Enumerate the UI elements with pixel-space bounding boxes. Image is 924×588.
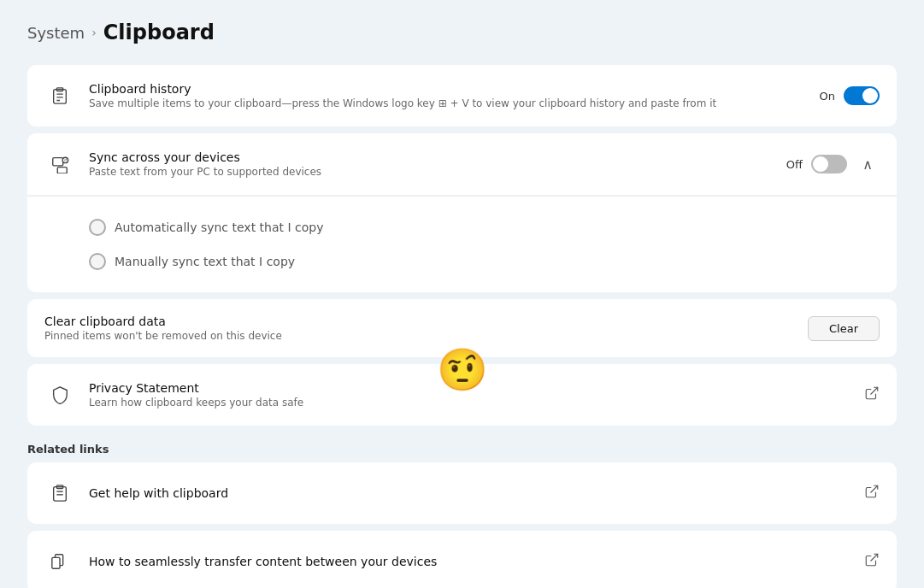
clipboard-history-controls: On	[820, 86, 880, 105]
svg-line-14	[871, 485, 878, 492]
clipboard-history-subtitle: Save multiple items to your clipboard—pr…	[89, 97, 806, 109]
svg-line-17	[871, 554, 878, 561]
breadcrumb-arrow: ›	[91, 26, 97, 39]
auto-sync-option[interactable]: Automatically sync text that I copy	[89, 210, 880, 244]
auto-sync-radio[interactable]	[89, 219, 106, 236]
svg-rect-6	[57, 168, 67, 173]
page-title: Clipboard	[103, 21, 215, 44]
sync-devices-toggle[interactable]	[811, 155, 847, 173]
clipboard-history-state: On	[820, 90, 835, 103]
svg-line-9	[871, 387, 878, 394]
transfer-content-card[interactable]: How to seamlessly transfer content betwe…	[27, 531, 897, 588]
auto-sync-label: Automatically sync text that I copy	[115, 220, 323, 234]
privacy-external-link-icon	[864, 385, 880, 404]
clipboard-history-text: Clipboard history Save multiple items to…	[89, 82, 806, 109]
help-clipboard-icon	[44, 478, 75, 509]
manual-sync-label: Manually sync text that I copy	[115, 255, 295, 268]
breadcrumb-system[interactable]: System	[27, 24, 85, 42]
sync-devices-card: ↺ Sync across your devices Paste text fr…	[27, 133, 897, 292]
manual-sync-radio[interactable]	[89, 253, 106, 270]
sync-devices-controls: Off ∧	[786, 152, 880, 176]
help-clipboard-card[interactable]: Get help with clipboard	[27, 462, 897, 524]
clear-clipboard-text: Clear clipboard data Pinned items won't …	[44, 315, 282, 342]
sync-devices-icon: ↺	[44, 149, 75, 179]
clipboard-history-card: Clipboard history Save multiple items to…	[27, 65, 897, 126]
help-clipboard-external-link-icon	[864, 484, 880, 503]
breadcrumb: System › Clipboard	[27, 21, 897, 44]
privacy-icon	[44, 379, 75, 410]
transfer-content-label: How to seamlessly transfer content betwe…	[89, 555, 850, 568]
svg-text:↺: ↺	[63, 158, 67, 162]
privacy-text: Privacy Statement Learn how clipboard ke…	[89, 381, 850, 409]
manual-sync-option[interactable]: Manually sync text that I copy	[89, 244, 880, 279]
sync-options-section: Automatically sync text that I copy Manu…	[27, 196, 897, 292]
privacy-subtitle: Learn how clipboard keeps your data safe	[89, 397, 850, 409]
clipboard-history-toggle[interactable]	[844, 86, 880, 105]
svg-rect-16	[52, 557, 60, 568]
privacy-card[interactable]: Privacy Statement Learn how clipboard ke…	[27, 364, 897, 426]
clear-clipboard-title: Clear clipboard data	[44, 315, 282, 328]
clipboard-history-icon	[44, 80, 75, 111]
privacy-title: Privacy Statement	[89, 381, 850, 395]
sync-devices-text: Sync across your devices Paste text from…	[89, 150, 773, 178]
help-clipboard-label: Get help with clipboard	[89, 486, 850, 500]
clear-clipboard-subtitle: Pinned items won't be removed on this de…	[44, 330, 282, 342]
clipboard-history-title: Clipboard history	[89, 82, 806, 96]
sync-devices-subtitle: Paste text from your PC to supported dev…	[89, 166, 773, 178]
clear-clipboard-card: Clear clipboard data Pinned items won't …	[27, 299, 897, 357]
related-links-title: Related links	[27, 443, 897, 456]
sync-devices-title: Sync across your devices	[89, 150, 773, 164]
sync-devices-expand[interactable]: ∧	[856, 152, 880, 176]
transfer-content-icon	[44, 546, 75, 577]
transfer-content-external-link-icon	[864, 552, 880, 571]
clear-button[interactable]: Clear	[808, 316, 880, 341]
svg-rect-5	[53, 158, 63, 166]
sync-devices-state: Off	[786, 158, 803, 171]
